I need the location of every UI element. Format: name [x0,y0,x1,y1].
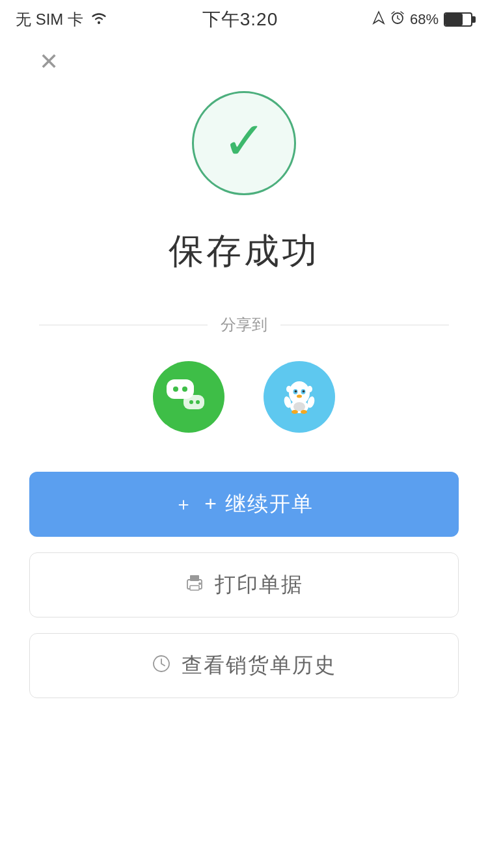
history-button[interactable]: 查看销货单历史 [29,633,459,698]
print-label: 打印单据 [215,571,303,599]
battery-percent: 68% [410,11,439,28]
svg-point-3 [173,387,178,392]
svg-point-19 [301,410,307,414]
status-bar: 无 SIM 卡 下午3:20 68% [0,0,488,39]
close-button[interactable]: ✕ [33,46,65,78]
status-left: 无 SIM 卡 [16,9,108,30]
svg-point-14 [286,386,291,392]
qq-icon [278,376,320,418]
wifi-icon [90,10,108,29]
print-icon [185,574,204,597]
share-icons [153,361,335,433]
svg-rect-24 [190,586,199,590]
main-content: ✓ 保存成功 分享到 [0,39,488,698]
print-button[interactable]: 打印单据 [29,552,459,617]
svg-point-0 [98,21,100,24]
share-label: 分享到 [208,314,280,335]
wechat-share-button[interactable] [153,361,224,433]
alarm-icon [390,10,405,29]
svg-point-6 [189,400,193,404]
location-icon [372,10,385,29]
actions: ＋ + 继续开单 打印单据 查看销货单历史 [29,472,459,698]
divider-left [39,325,208,325]
history-icon [152,654,171,678]
history-label: 查看销货单历史 [182,651,336,680]
svg-point-18 [291,410,298,414]
svg-rect-5 [183,395,204,409]
svg-rect-23 [190,575,199,581]
plus-icon: ＋ [174,492,194,517]
success-title: 保存成功 [169,228,319,275]
svg-point-4 [182,387,187,392]
svg-point-25 [198,582,201,585]
share-section: 分享到 [0,314,488,433]
battery-icon [444,12,472,27]
divider-right [280,325,449,325]
svg-point-15 [307,386,312,392]
continue-button[interactable]: ＋ + 继续开单 [29,472,459,537]
success-circle: ✓ [192,91,296,195]
svg-point-7 [196,400,200,404]
close-icon: ✕ [39,50,59,74]
svg-point-11 [295,390,297,393]
wechat-icon [167,379,211,414]
svg-point-13 [297,395,302,398]
continue-label: + 继续开单 [204,490,314,519]
status-time: 下午3:20 [202,7,278,32]
svg-point-12 [303,390,305,393]
share-divider: 分享到 [0,314,488,335]
svg-point-17 [293,402,305,411]
checkmark-icon: ✓ [223,115,266,167]
qq-share-button[interactable] [264,361,335,433]
carrier-label: 无 SIM 卡 [16,9,83,30]
status-right: 68% [372,10,472,29]
